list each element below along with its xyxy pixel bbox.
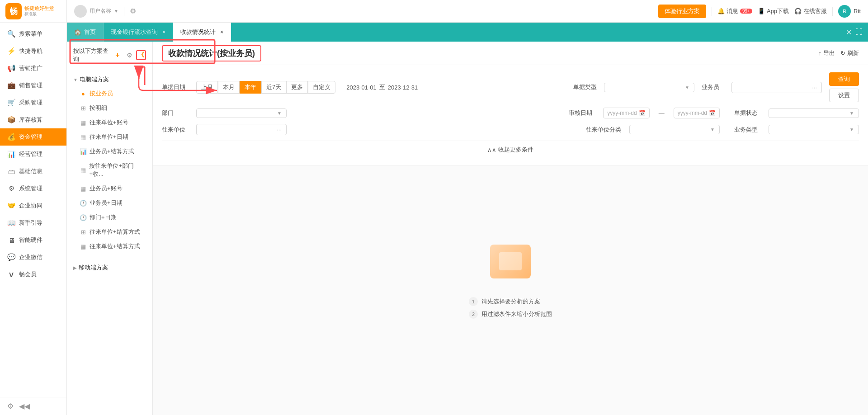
user-info: 用户名称 ▼ [74, 5, 118, 18]
review-date-from[interactable]: yyyy-mm-dd 📅 [603, 108, 649, 118]
tree-header-desktop[interactable]: ▼ 电脑端方案 [67, 73, 152, 86]
export-btn[interactable]: ↑ 导出 [819, 49, 835, 57]
page-title-box: 收款情况统计(按业务员) [162, 45, 261, 61]
sidebar-item-purchase[interactable]: 🛒 采购管理 [0, 94, 66, 111]
user-display-name: Rit [854, 8, 861, 14]
sidebar-item-search[interactable]: 🔍 搜索菜单 [0, 25, 66, 42]
edition-badge: 标准版 [24, 11, 54, 17]
marketing-icon: 📢 [7, 64, 15, 72]
scheme-settings-btn[interactable]: ⚙ [124, 50, 134, 60]
collapse-more-btn[interactable]: ∧∧ 收起更多条件 [162, 141, 859, 158]
review-date-label: 审核日期 [569, 109, 596, 117]
sidebar-item-enterprise[interactable]: 🤝 企业协同 [0, 197, 66, 214]
maximize-icon[interactable]: ⛶ [855, 28, 863, 36]
tree-header-mobile[interactable]: ▶ 移动端方案 [67, 261, 152, 274]
app-download-btn[interactable]: 📱 App下载 [758, 7, 789, 15]
dept-select[interactable]: ▼ [196, 108, 287, 118]
scheme-item-partner-settlement2[interactable]: ▦ 往来单位+结算方式 [67, 239, 152, 254]
avatar [74, 5, 87, 18]
step-num-2: 2 [469, 310, 478, 319]
quick-icon: ⚡ [7, 47, 15, 55]
user-avatar2: R [838, 5, 851, 18]
export-icon: ↑ [819, 50, 822, 57]
refresh-btn[interactable]: ↻ 刷新 [840, 49, 859, 57]
scheme-item-salesperson-settlement[interactable]: 📊 业务员+结算方式 [67, 144, 152, 159]
scheme-item-salesperson-date[interactable]: 🕐 业务员+日期 [67, 196, 152, 210]
close-tab2-icon[interactable]: × [220, 29, 223, 35]
close-all-icon[interactable]: ✕ [846, 28, 852, 37]
sidebar-item-vip[interactable]: V 畅会员 [0, 266, 66, 283]
date-btn-lastmonth[interactable]: 上月 [196, 81, 218, 94]
sidebar-item-guide[interactable]: 📖 新手引导 [0, 214, 66, 231]
partner-label: 往来单位 [162, 126, 189, 134]
grid-icon: ⊞ [80, 105, 87, 112]
scheme-item-dept-date[interactable]: 🕐 部门+日期 [67, 210, 152, 225]
table4-icon: ▦ [80, 185, 87, 192]
sidebar-item-quicknav[interactable]: ⚡ 快捷导航 [0, 42, 66, 60]
sidebar-item-inventory[interactable]: 📦 库存核算 [0, 111, 66, 128]
notification-btn[interactable]: 🔔 消息 99+ [717, 7, 752, 15]
date-btn-more[interactable]: 更多 [286, 81, 308, 94]
tab-bank-flow[interactable]: 现金银行流水查询 × [104, 23, 173, 42]
scheme-item-partner-settlement1[interactable]: ⊞ 往来单位+结算方式 [67, 225, 152, 239]
scheme-item-partner-date[interactable]: ▦ 往来单位+日期 [67, 130, 152, 144]
gear-icon[interactable]: ⚙ [130, 7, 136, 15]
doctype-label: 单据类型 [570, 83, 597, 91]
date-btn-thismonth[interactable]: 本月 [218, 81, 240, 94]
industry-btn[interactable]: 体验行业方案 [658, 5, 706, 18]
scheme-item-partner-account[interactable]: ▦ 往来单位+账号 [67, 115, 152, 130]
review-date-to[interactable]: yyyy-mm-dd 📅 [674, 108, 720, 118]
user-display: R Rit [838, 5, 861, 18]
partner-category-select[interactable]: ▼ [629, 125, 720, 134]
main-area: 用户名称 ▼ ⚙ 体验行业方案 🔔 消息 99+ 📱 App下载 🎧 在线客服 … [67, 0, 868, 415]
collapse-panel-btn[interactable]: 《 [136, 50, 146, 60]
settings-button[interactable]: 设置 [829, 89, 859, 102]
query-button[interactable]: 查询 [829, 72, 859, 86]
salesperson-select[interactable]: ··· [731, 82, 822, 93]
sidebar-item-hardware[interactable]: 🖥 智能硬件 [0, 231, 66, 249]
sidebar-item-wechat[interactable]: 💬 企业微信 [0, 249, 66, 266]
empty-state: 1 请先选择要分析的方案 2 用过滤条件来缩小分析范围 [153, 166, 868, 415]
scheme-item-salesperson-account[interactable]: ▦ 业务员+账号 [67, 181, 152, 196]
date-btn-7days[interactable]: 近7天 [261, 81, 286, 94]
chart-icon: 📊 [80, 148, 87, 155]
business-type-select[interactable]: ▼ [769, 125, 859, 134]
collapse-sidebar-icon[interactable]: ◀◀ [19, 402, 30, 410]
partner-select[interactable]: ··· [196, 124, 287, 135]
online-service-btn[interactable]: 🎧 在线客服 [794, 7, 827, 15]
sidebar-item-marketing[interactable]: 📢 营销推广 [0, 60, 66, 77]
close-tab1-icon[interactable]: × [162, 29, 165, 35]
date-range: 2023-01-01 至 2023-12-31 [346, 83, 418, 91]
purchase-icon: 🛒 [7, 99, 15, 107]
date-to: 2023-12-31 [388, 84, 418, 91]
tabbar: 🏠 首页 现金银行流水查询 × 收款情况统计 × ✕ ⛶ [67, 23, 868, 42]
tab-collection-stats[interactable]: 收款情况统计 × [173, 23, 231, 42]
settings-bottom-icon[interactable]: ⚙ [7, 402, 14, 410]
dept-label: 部门 [162, 109, 189, 117]
doc-status-arrow-icon: ▼ [849, 111, 854, 116]
wechat-icon: 💬 [7, 253, 15, 261]
date-btn-custom[interactable]: 自定义 [308, 81, 335, 94]
sidebar-item-system[interactable]: ⚙ 系统管理 [0, 180, 66, 197]
doctype-select[interactable]: ▼ [604, 83, 694, 92]
sidebar-item-sales[interactable]: 💼 销售管理 [0, 77, 66, 94]
doc-status-select[interactable]: ▼ [769, 108, 859, 118]
add-scheme-btn[interactable]: + [113, 50, 123, 60]
salesperson-more-icon[interactable]: ··· [812, 84, 817, 91]
service-icon: 🎧 [794, 8, 802, 14]
tree-arrow-collapsed-icon: ▶ [73, 265, 77, 270]
sidebar-item-operation[interactable]: 📊 经营管理 [0, 146, 66, 163]
date-btn-thisyear[interactable]: 本年 [240, 81, 261, 94]
tab-home[interactable]: 🏠 首页 [67, 23, 104, 42]
scheme-item-partner-dept[interactable]: ▦ 按往来单位+部门+收... [67, 159, 152, 181]
refresh-icon: ↻ [840, 50, 845, 57]
scheme-item-detail[interactable]: ⊞ 按明细 [67, 101, 152, 115]
sidebar-item-finance[interactable]: 💰 资金管理 [0, 128, 66, 146]
chevron-down-icon[interactable]: ▼ [114, 9, 118, 14]
search-icon: 🔍 [7, 30, 15, 38]
sidebar-bottom: ⚙ ◀◀ [0, 397, 66, 415]
partner-more-icon[interactable]: ··· [277, 126, 282, 133]
tree-arrow-icon: ▼ [73, 77, 78, 82]
scheme-item-salesperson[interactable]: ● 按业务员 [67, 86, 152, 101]
sidebar-item-basic[interactable]: 🗃 基础信息 [0, 163, 66, 180]
